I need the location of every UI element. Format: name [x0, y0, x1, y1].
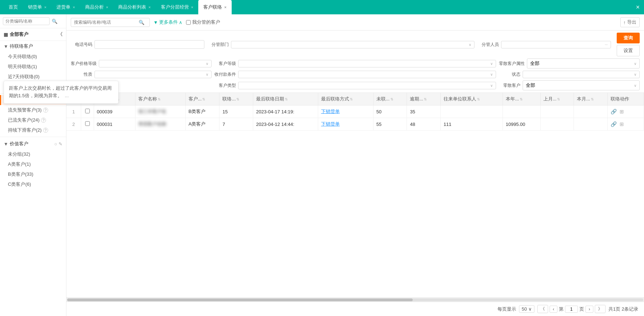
nav-analysis[interactable]: 商品分析 ×: [80, 0, 113, 14]
pending-group-title[interactable]: ▼ 待联络客户: [0, 41, 66, 52]
search-submit-icon[interactable]: 🔍: [139, 20, 144, 25]
sidebar-item-c-class[interactable]: C类客户(6): [0, 179, 66, 189]
row2-actions: 🔗 ⊞: [607, 118, 644, 131]
sidebar-item-tomorrow[interactable]: 明天待联络(1): [0, 62, 66, 72]
last-page-button[interactable]: 》: [595, 305, 606, 313]
row2-code: 000031: [94, 118, 135, 131]
manager-input[interactable]: ···: [501, 41, 611, 48]
sidebar-item-ungroup[interactable]: 未分组(32): [0, 149, 66, 159]
more-conditions-button[interactable]: ▼ 更多条件 ∧: [153, 19, 182, 25]
first-page-button[interactable]: 《: [537, 305, 548, 313]
col-overdue-sort-icon[interactable]: ⇅: [424, 97, 427, 101]
col-lastdate-sort-icon[interactable]: ⇅: [285, 97, 288, 101]
value-customer-circle-icon[interactable]: ○: [54, 141, 57, 147]
page-navigation: 《 ‹ 第 页 › 》: [537, 305, 606, 313]
loss-warning-info-icon[interactable]: ?: [43, 108, 48, 113]
action-buttons: 查询 设置: [617, 33, 640, 56]
nav-customer-contact-close[interactable]: ×: [224, 5, 226, 9]
page-label: 第: [559, 306, 564, 312]
row1-lastmethod-link[interactable]: 下销货单: [321, 109, 340, 114]
col-action-header: 联络动作: [607, 93, 644, 105]
a-class-label: A类客户(1): [8, 161, 31, 168]
col-thismonth-sort-icon[interactable]: ⇅: [591, 97, 594, 101]
sidebar-item-loss-warning[interactable]: 流失预警客户(3) ?: [0, 105, 66, 115]
row1-grid-icon[interactable]: ⊞: [620, 109, 624, 114]
nav-purchase-close[interactable]: ×: [73, 5, 75, 9]
nav-sales-close[interactable]: ×: [44, 5, 46, 9]
sidebar-item-today[interactable]: 今天待联络(0): [0, 52, 66, 62]
setting-button[interactable]: 设置: [617, 45, 640, 56]
dept-select[interactable]: ∨: [231, 41, 474, 48]
sidebar-all-customers-header[interactable]: ▦ 全部客户 《: [0, 28, 66, 41]
price-level-select[interactable]: ∨: [99, 60, 212, 67]
row1-contact: 15: [219, 105, 253, 118]
sidebar-item-declining[interactable]: 持续下滑客户(2) ?: [0, 125, 66, 135]
nav-home[interactable]: 首页: [4, 0, 23, 14]
col-category-sort-icon[interactable]: ⇅: [202, 97, 205, 101]
payment-label: 收付款条件: [214, 71, 236, 77]
nav-purchase[interactable]: 进货单 ×: [51, 0, 80, 14]
row2-grid-icon[interactable]: ⊞: [620, 121, 624, 127]
customer-type-select[interactable]: ∨: [238, 82, 496, 89]
nav-analysis-list[interactable]: 商品分析列表 ×: [113, 0, 156, 14]
value-customer-edit-icon[interactable]: ✎: [59, 141, 62, 147]
retail-attr-value: 全部: [530, 60, 539, 67]
nav-customer-contact[interactable]: 客户联络 ×: [198, 0, 231, 14]
value-customer-edit[interactable]: ○ ✎: [54, 141, 62, 147]
query-button[interactable]: 查询: [617, 33, 640, 43]
col-name-sort-icon[interactable]: ⇅: [158, 97, 161, 101]
row1-checkbox[interactable]: [85, 109, 90, 113]
declining-info-icon[interactable]: ?: [43, 128, 48, 133]
row2-lastmethod-link[interactable]: 下销货单: [321, 121, 340, 127]
prev-page-button[interactable]: ‹: [550, 306, 557, 313]
my-customers-checkbox[interactable]: 我分管的客户: [186, 19, 220, 25]
payment-select[interactable]: ∨: [238, 71, 496, 78]
col-contactperson-sort-icon[interactable]: ⇅: [477, 97, 480, 101]
row2-link-icon[interactable]: 🔗: [611, 121, 617, 127]
sidebar-collapse-icon[interactable]: 《: [58, 31, 62, 38]
pending-group-label: 待联络客户: [10, 43, 62, 49]
row1-link-icon[interactable]: 🔗: [611, 109, 617, 114]
nav-customer-tier[interactable]: 客户分层经营 ×: [156, 0, 198, 14]
phone-input[interactable]: [94, 40, 204, 49]
sidebar-item-a-class[interactable]: A类客户(1): [0, 159, 66, 169]
nature-select[interactable]: ∨: [94, 71, 212, 78]
col-lastmonth-sort-icon[interactable]: ⇅: [557, 97, 560, 101]
sidebar-item-lost[interactable]: 已流失客户(24) ?: [0, 115, 66, 125]
col-thisyear-sort-icon[interactable]: ⇅: [520, 97, 523, 101]
page-number-input[interactable]: [565, 306, 578, 313]
sidebar-search-input[interactable]: [3, 17, 50, 25]
value-customer-arrow-icon: ▼: [4, 141, 8, 147]
retail-attr-select[interactable]: 全部 ∨: [527, 58, 640, 69]
export-button[interactable]: ↑ 导出: [620, 17, 640, 27]
col-contact-sort-icon[interactable]: ⇅: [236, 97, 239, 101]
my-customers-input[interactable]: [186, 20, 191, 25]
nav-analysis-close[interactable]: ×: [106, 5, 108, 9]
sidebar-item-7days[interactable]: 近7天待联络(0): [0, 72, 66, 82]
value-customer-group-header[interactable]: ▼ 价值客户 ○ ✎: [0, 138, 66, 149]
row2-name-value: 李四客户名称: [138, 121, 166, 127]
filter-row-3: 性质 ∨ 收付款条件 ∨ 状态: [71, 71, 640, 78]
status-select[interactable]: ∨: [523, 71, 640, 78]
table-scrollbar[interactable]: [66, 297, 644, 302]
row2-checkbox[interactable]: [85, 121, 90, 126]
window-close-button[interactable]: ×: [636, 4, 640, 11]
row2-unpaid: 55: [373, 118, 407, 131]
sidebar-item-b-class[interactable]: B类客户(33): [0, 169, 66, 179]
col-unpaid-sort-icon[interactable]: ⇅: [390, 97, 393, 101]
nav-analysis-list-close[interactable]: ×: [148, 5, 150, 9]
col-lastmethod-sort-icon[interactable]: ⇅: [350, 97, 353, 101]
col-lastmonth-header: 上月...⇅: [540, 93, 574, 105]
col-lastdate-label: 最后联络日期: [256, 96, 284, 102]
next-page-button[interactable]: ›: [585, 306, 593, 313]
sidebar-divider-2: [0, 137, 66, 137]
search-input[interactable]: [74, 20, 139, 25]
customer-level-select[interactable]: ∨: [238, 60, 496, 67]
sidebar-search-icon[interactable]: 🔍: [52, 19, 57, 24]
scroll-thumb[interactable]: [67, 298, 413, 301]
nav-sales[interactable]: 销货单 ×: [23, 0, 51, 14]
per-page-select[interactable]: 50 ∨: [519, 305, 534, 313]
retail-customer-select[interactable]: 全部 ∨: [523, 80, 640, 90]
nav-customer-tier-close[interactable]: ×: [191, 5, 193, 9]
lost-info-icon[interactable]: ?: [41, 118, 46, 123]
